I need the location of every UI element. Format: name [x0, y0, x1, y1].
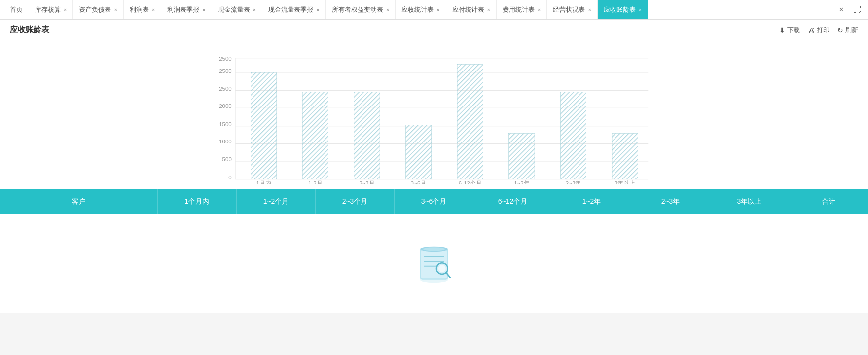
svg-text:6-12个月: 6-12个月 — [459, 180, 482, 184]
tab-close-profit-quarter[interactable]: × — [202, 7, 205, 13]
svg-point-36 — [438, 265, 446, 272]
svg-text:2000: 2000 — [219, 103, 232, 109]
tab-home[interactable]: 首页 — [4, 0, 29, 20]
bar-6-12月 — [457, 64, 483, 179]
svg-text:1-2月: 1-2月 — [308, 180, 323, 184]
tab-equity[interactable]: 所有者权益变动表 × — [326, 0, 396, 20]
bar-3-6月 — [405, 125, 431, 179]
tab-close-balance[interactable]: × — [114, 7, 117, 13]
svg-text:1000: 1000 — [219, 139, 232, 144]
page-header: 应收账龄表 ⬇ 下载 🖨 打印 ↻ 刷新 — [0, 20, 868, 40]
tab-profit[interactable]: 利润表 × — [124, 0, 161, 20]
tab-close-cashflow-quarter[interactable]: × — [316, 7, 319, 13]
col-1-2month: 1~2个月 — [237, 189, 316, 214]
tab-close-profit[interactable]: × — [152, 7, 155, 13]
tab-inventory[interactable]: 库存核算 × — [29, 0, 73, 20]
bar-2-3月 — [354, 92, 380, 179]
empty-state — [0, 214, 868, 313]
bar-2-3年 — [560, 92, 586, 179]
bar-chart: 0 500 1000 1500 2000 2500 2500 2500 — [212, 50, 656, 184]
tab-ap-stat[interactable]: 应付统计表 × — [446, 0, 497, 20]
download-button[interactable]: ⬇ 下载 — [779, 26, 800, 35]
bar-1-2月 — [302, 92, 328, 179]
table-header: 客户 1个月内 1~2个月 2~3个月 3~6个月 6~12个月 1~2年 2~… — [0, 189, 868, 214]
print-icon: 🖨 — [808, 26, 815, 34]
bar-1月内 — [251, 72, 277, 179]
empty-data-icon — [409, 241, 459, 285]
tab-close-ar-aging[interactable]: × — [639, 7, 642, 13]
col-3-6month: 3~6个月 — [395, 189, 473, 214]
svg-text:2~3月: 2~3月 — [359, 180, 375, 184]
svg-text:2500: 2500 — [219, 56, 232, 62]
col-6-12month: 6~12个月 — [473, 189, 552, 214]
svg-text:1~2年: 1~2年 — [514, 180, 530, 184]
tab-bar-actions: × ⛶ — [834, 3, 864, 17]
tab-close-ap-stat[interactable]: × — [487, 7, 490, 13]
svg-point-34 — [423, 247, 445, 251]
refresh-icon: ↻ — [837, 26, 843, 34]
tab-close-operation[interactable]: × — [588, 7, 591, 13]
print-button[interactable]: 🖨 打印 — [808, 26, 830, 35]
window-maximize-button[interactable]: ⛶ — [850, 3, 864, 17]
col-3year-plus: 3年以上 — [710, 189, 789, 214]
tab-ar-stat[interactable]: 应收统计表 × — [396, 0, 446, 20]
chart-area: 0 500 1000 1500 2000 2500 2500 2500 — [0, 40, 868, 189]
main-content: 0 500 1000 1500 2000 2500 2500 2500 — [0, 40, 868, 313]
header-actions: ⬇ 下载 🖨 打印 ↻ 刷新 — [779, 26, 858, 35]
svg-text:1500: 1500 — [219, 121, 232, 127]
tab-balance[interactable]: 资产负债表 × — [73, 0, 123, 20]
col-1-2year: 1~2年 — [552, 189, 631, 214]
tab-close-equity[interactable]: × — [386, 7, 389, 13]
bar-3年以上 — [612, 133, 638, 179]
svg-text:2~3年: 2~3年 — [566, 180, 581, 184]
col-customer: 客户 — [0, 189, 158, 214]
svg-text:2500: 2500 — [219, 86, 232, 92]
refresh-button[interactable]: ↻ 刷新 — [837, 26, 858, 35]
tab-operation[interactable]: 经营状况表 × — [547, 0, 597, 20]
download-icon: ⬇ — [779, 26, 785, 34]
svg-text:3~6月: 3~6月 — [411, 180, 427, 184]
svg-text:0: 0 — [228, 175, 231, 180]
svg-text:1月内: 1月内 — [256, 180, 271, 184]
tab-close-inventory[interactable]: × — [64, 7, 67, 13]
page-title: 应收账龄表 — [10, 25, 49, 35]
tab-close-cashflow[interactable]: × — [253, 7, 256, 13]
window-close-button[interactable]: × — [834, 3, 848, 17]
col-total: 合计 — [789, 189, 868, 214]
tab-cashflow[interactable]: 现金流量表 × — [212, 0, 262, 20]
svg-text:500: 500 — [222, 156, 232, 162]
tab-cashflow-quarter[interactable]: 现金流量表季报 × — [262, 0, 326, 20]
tab-ar-aging[interactable]: 应收账龄表 × — [598, 0, 648, 20]
tab-profit-quarter[interactable]: 利润表季报 × — [161, 0, 212, 20]
tab-expense[interactable]: 费用统计表 × — [497, 0, 547, 20]
svg-text:3年以上: 3年以上 — [615, 180, 635, 184]
tab-close-expense[interactable]: × — [538, 7, 541, 13]
svg-text:2500: 2500 — [219, 68, 232, 74]
bar-1-2年 — [509, 133, 535, 179]
tab-close-ar-stat[interactable]: × — [436, 7, 439, 13]
col-1month: 1个月内 — [158, 189, 237, 214]
tab-bar: 首页 库存核算 × 资产负债表 × 利润表 × 利润表季报 × 现金流量表 × … — [0, 0, 868, 20]
col-2-3year: 2~3年 — [631, 189, 710, 214]
col-2-3month: 2~3个月 — [316, 189, 395, 214]
